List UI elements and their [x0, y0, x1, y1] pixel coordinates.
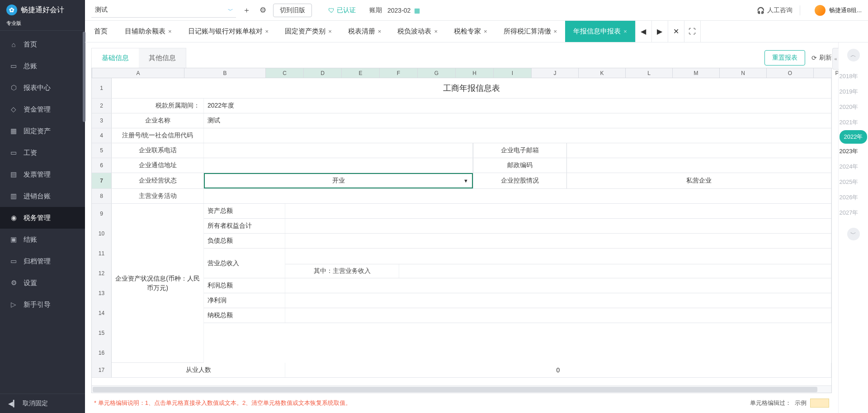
grid-body[interactable]: 1工商年报信息表 2税款所属期间：2022年度 3企业名称测试 4注册号/统一社… [92, 78, 831, 385]
gear-icon: ⚙ [9, 278, 18, 287]
tab-fullscreen[interactable]: ⛶ [684, 21, 701, 42]
nav-guide[interactable]: ▷新手引导 [0, 294, 85, 315]
year-item[interactable]: 2021年 [840, 115, 868, 130]
settings-button[interactable]: ⚙ [257, 5, 269, 16]
nav: ⌂首页 ▭总账 ⬡报表中心 ◇资金管理 ▦固定资产 ▭工资 ▤发票管理 ▥进销台… [0, 31, 85, 394]
subtab-other[interactable]: 其他信息 [139, 48, 186, 68]
period-label: 账期 [369, 6, 382, 14]
closing-icon: ▣ [9, 235, 18, 244]
old-version-button[interactable]: 切到旧版 [273, 4, 312, 17]
play-icon: ▷ [9, 300, 18, 309]
year-item[interactable]: 2027年 [840, 205, 868, 221]
chevron-down-icon: ﹀ [228, 7, 233, 14]
sidebar: ✿ 畅捷通好会计 专业版 ⌂首页 ▭总账 ⬡报表中心 ◇资金管理 ▦固定资产 ▭… [0, 0, 85, 413]
col-header[interactable]: I [494, 68, 532, 78]
nav-salary[interactable]: ▭工资 [0, 142, 85, 164]
refresh-button[interactable]: ⟳ 刷新 [811, 54, 832, 62]
col-header[interactable]: O [767, 68, 814, 78]
nav-assets[interactable]: ▦固定资产 [0, 120, 85, 142]
col-header[interactable]: F [380, 68, 418, 78]
col-header[interactable]: B [184, 68, 266, 78]
tab-item[interactable]: 目辅助余额表× [117, 21, 180, 42]
row-header[interactable]: 1 [92, 78, 112, 98]
nav-ledger[interactable]: ▭总账 [0, 55, 85, 77]
col-header[interactable]: C [266, 68, 304, 78]
asset-section-label[interactable]: 企业资产状况信息(币种：人民币万元) [112, 204, 204, 363]
nav-inventory[interactable]: ▥进销台账 [0, 185, 85, 207]
nav-funds[interactable]: ◇资金管理 [0, 99, 85, 120]
consult-button[interactable]: 🎧 人工咨询 [757, 6, 793, 14]
wallet-icon: ▭ [9, 148, 18, 157]
tab-item[interactable]: 日记账与银行对账单核对× [180, 21, 277, 42]
col-header[interactable]: G [418, 68, 456, 78]
nav-archive[interactable]: ▭归档管理 [0, 250, 85, 272]
nav-invoice[interactable]: ▤发票管理 [0, 164, 85, 185]
collapse-year-panel[interactable]: « [832, 48, 839, 70]
tab-home[interactable]: 首页 [85, 21, 117, 42]
funds-icon: ◇ [9, 105, 18, 114]
status-select[interactable]: 开业▼ [204, 173, 473, 188]
tax-icon: ◉ [9, 213, 18, 222]
headset-icon: 🎧 [757, 7, 764, 14]
close-icon[interactable]: × [554, 28, 557, 35]
nav-home[interactable]: ⌂首页 [0, 33, 85, 55]
close-icon[interactable]: × [168, 28, 172, 35]
period-picker[interactable]: 2023-02 ▦ [387, 7, 420, 14]
add-button[interactable]: ＋ [241, 5, 252, 16]
close-icon[interactable]: × [328, 28, 332, 35]
horizontal-scrollbar[interactable] [92, 385, 831, 393]
close-icon[interactable]: × [484, 28, 487, 35]
year-item[interactable]: 2019年 [840, 84, 868, 99]
footer-hint: * 单元格编辑说明：1、点击单元格直接录入数值或文本。2、清空单元格数值或文本恢… [91, 393, 832, 413]
col-header[interactable]: J [532, 68, 579, 78]
tab-item[interactable]: 年报信息申报表× [565, 21, 635, 42]
verified-badge: 🛡 已认证 [328, 6, 356, 14]
unpin-button[interactable]: ◀▎ 取消固定 [0, 394, 85, 413]
reset-button[interactable]: 重置报表 [764, 50, 805, 66]
year-item[interactable]: 2020年 [840, 99, 868, 115]
tab-scroll-left[interactable]: ◀ [636, 21, 652, 42]
nav-settings[interactable]: ⚙设置 [0, 272, 85, 294]
close-icon[interactable]: × [378, 28, 382, 35]
subtab-basic[interactable]: 基础信息 [92, 48, 139, 68]
refresh-icon: ⟳ [811, 54, 817, 61]
close-icon[interactable]: × [434, 28, 438, 35]
col-header[interactable]: K [579, 68, 626, 78]
home-icon: ⌂ [9, 40, 18, 49]
tab-item[interactable]: 税负波动表× [389, 21, 446, 42]
year-item[interactable]: 2024年 [840, 159, 868, 174]
col-header[interactable]: A [92, 68, 184, 78]
nav-tax[interactable]: ◉税务管理 [0, 207, 85, 229]
column-headers: A B C D E F G H I J K L M N O [92, 68, 831, 78]
col-header[interactable]: M [673, 68, 720, 78]
col-header[interactable]: D [304, 68, 342, 78]
year-up-button[interactable]: ︿ [847, 49, 860, 61]
tab-item[interactable]: 税表清册× [340, 21, 390, 42]
year-down-button[interactable]: ﹀ [847, 228, 860, 240]
col-header[interactable]: E [342, 68, 380, 78]
year-item[interactable]: 2023年 [840, 144, 868, 159]
tab-item[interactable]: 固定资产类别× [277, 21, 340, 42]
nav-reports[interactable]: ⬡报表中心 [0, 77, 85, 99]
user-menu[interactable]: 畅捷通B组... [815, 5, 862, 16]
account-dropdown[interactable]: ﹀ [91, 3, 236, 18]
building-icon: ▦ [9, 127, 18, 136]
account-input[interactable] [91, 3, 236, 18]
nav-closing[interactable]: ▣结账 [0, 229, 85, 250]
col-header[interactable]: H [456, 68, 494, 78]
col-header[interactable]: L [626, 68, 673, 78]
tab-scroll-right[interactable]: ▶ [652, 21, 668, 42]
year-item[interactable]: 2026年 [840, 190, 868, 205]
col-header[interactable]: N [720, 68, 767, 78]
year-item[interactable]: 2022年 [840, 130, 868, 144]
close-icon[interactable]: × [623, 28, 627, 35]
year-item[interactable]: 2025年 [840, 174, 868, 190]
tab-close-all[interactable]: ✕ [668, 21, 684, 42]
calendar-icon: ▦ [414, 7, 420, 14]
year-item[interactable]: 2018年 [840, 69, 868, 84]
year-panel: « ︿ 2018年2019年2020年2021年2022年2023年2024年2… [838, 42, 868, 413]
tab-item[interactable]: 税检专家× [446, 21, 495, 42]
close-icon[interactable]: × [265, 28, 269, 35]
tab-item[interactable]: 所得税汇算清缴× [495, 21, 566, 42]
shield-icon: 🛡 [328, 7, 335, 14]
